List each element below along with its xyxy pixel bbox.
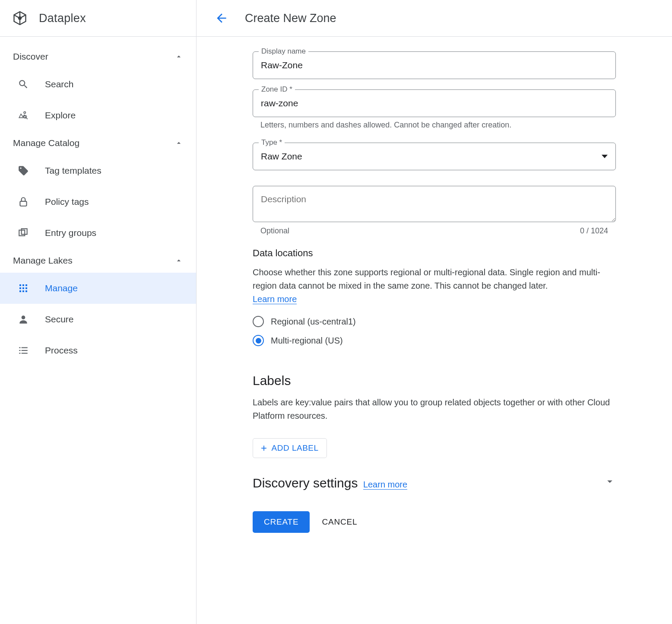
sidebar-item-label: Explore: [45, 110, 76, 121]
discovery-settings-row[interactable]: Discovery settings Learn more: [253, 475, 616, 490]
svg-rect-16: [22, 290, 24, 292]
sidebar-item-label: Search: [45, 79, 74, 89]
description-optional: Optional: [260, 226, 289, 236]
radio-multi-regional[interactable]: Multi-regional (US): [253, 331, 616, 350]
svg-rect-9: [19, 284, 21, 286]
svg-point-1: [19, 17, 21, 19]
add-label-text: ADD LABEL: [272, 443, 319, 453]
section-header-catalog[interactable]: Manage Catalog: [0, 131, 196, 155]
explore-icon: [17, 109, 29, 121]
zone-id-label: Zone ID *: [259, 85, 295, 94]
sidebar-item-explore[interactable]: Explore: [0, 100, 196, 131]
zone-id-field-group: Zone ID * Letters, numbers and dashes al…: [253, 89, 616, 130]
back-button[interactable]: [214, 10, 229, 26]
data-locations-desc: Choose whether this zone supports region…: [253, 266, 616, 306]
section-title: Manage Catalog: [13, 138, 79, 148]
sidebar-item-label: Process: [45, 345, 78, 356]
discovery-learn-more[interactable]: Learn more: [363, 480, 407, 490]
type-field-group: Type * Raw Zone: [253, 143, 616, 170]
sidebar-item-manage[interactable]: Manage: [0, 273, 196, 304]
svg-rect-14: [25, 287, 27, 289]
dataplex-logo-icon: [12, 10, 28, 26]
main-header: Create New Zone: [197, 0, 672, 37]
sidebar-item-process[interactable]: Process: [0, 335, 196, 366]
sidebar: Dataplex Discover Search Explore Manage …: [0, 0, 197, 624]
form-body: Display name Zone ID * Letters, numbers …: [197, 37, 672, 550]
radio-label: Multi-regional (US): [271, 336, 343, 346]
lock-icon: [17, 196, 29, 208]
svg-rect-6: [20, 201, 26, 206]
discovery-title: Discovery settings: [253, 476, 358, 490]
svg-rect-19: [19, 347, 20, 348]
page-title: Create New Zone: [245, 12, 336, 25]
labels-desc: Labels are key:value pairs that allow yo…: [253, 396, 616, 423]
svg-rect-12: [19, 287, 21, 289]
entry-groups-icon: [17, 227, 29, 239]
svg-line-4: [21, 15, 26, 18]
sidebar-item-secure[interactable]: Secure: [0, 304, 196, 335]
sidebar-item-search[interactable]: Search: [0, 69, 196, 100]
product-name: Dataplex: [39, 12, 86, 25]
svg-rect-22: [22, 350, 28, 351]
apps-grid-icon: [17, 282, 29, 294]
svg-rect-15: [19, 290, 21, 292]
data-locations-learn-more[interactable]: Learn more: [253, 294, 297, 304]
sidebar-item-label: Entry groups: [45, 228, 96, 238]
sidebar-header: Dataplex: [0, 0, 196, 37]
create-button[interactable]: CREATE: [253, 511, 310, 533]
sidebar-body: Discover Search Explore Manage Catalog T…: [0, 37, 196, 366]
type-label: Type *: [259, 138, 285, 147]
sidebar-item-label: Manage: [45, 283, 78, 293]
radio-label: Regional (us-central1): [271, 317, 356, 327]
plus-icon: +: [261, 443, 267, 453]
action-row: CREATE CANCEL: [253, 511, 616, 533]
tag-icon: [17, 165, 29, 177]
search-icon: [17, 78, 29, 90]
svg-rect-21: [19, 350, 20, 351]
svg-rect-13: [22, 287, 24, 289]
radio-icon: [253, 335, 264, 346]
svg-rect-24: [22, 353, 28, 353]
section-title: Manage Lakes: [13, 255, 73, 266]
arrow-back-icon: [215, 11, 228, 25]
section-header-discover[interactable]: Discover: [0, 45, 196, 69]
sidebar-item-label: Tag templates: [45, 166, 101, 176]
zone-id-helper: Letters, numbers and dashes allowed. Can…: [253, 121, 616, 130]
chevron-down-icon[interactable]: [604, 475, 616, 487]
sidebar-item-tag-templates[interactable]: Tag templates: [0, 155, 196, 186]
svg-rect-17: [25, 290, 27, 292]
svg-rect-10: [22, 284, 24, 286]
sidebar-item-entry-groups[interactable]: Entry groups: [0, 217, 196, 248]
chevron-up-icon: [174, 139, 183, 147]
display-name-label: Display name: [259, 47, 308, 56]
data-locations-title: Data locations: [253, 248, 616, 259]
sidebar-item-policy-tags[interactable]: Policy tags: [0, 186, 196, 217]
labels-title: Labels: [253, 373, 616, 388]
svg-line-3: [14, 15, 19, 18]
radio-regional[interactable]: Regional (us-central1): [253, 312, 616, 331]
description-counter: 0 / 1024: [580, 226, 608, 236]
section-header-lakes[interactable]: Manage Lakes: [0, 248, 196, 273]
cancel-button[interactable]: CANCEL: [322, 517, 357, 527]
svg-rect-11: [25, 284, 27, 286]
section-title: Discover: [13, 51, 48, 62]
sidebar-item-label: Policy tags: [45, 197, 89, 207]
dropdown-arrow-icon: [602, 155, 608, 158]
person-icon: [17, 313, 29, 325]
type-select[interactable]: Raw Zone: [253, 143, 616, 170]
chevron-up-icon: [174, 256, 183, 265]
display-name-field-group: Display name: [253, 51, 616, 79]
radio-icon: [253, 316, 264, 327]
description-field-group: Optional 0 / 1024: [253, 186, 616, 236]
data-locations-radio-group: Regional (us-central1) Multi-regional (U…: [253, 312, 616, 350]
sidebar-item-label: Secure: [45, 314, 74, 325]
description-input[interactable]: [253, 186, 616, 222]
add-label-button[interactable]: + ADD LABEL: [253, 438, 327, 458]
svg-point-18: [22, 315, 25, 319]
svg-rect-20: [22, 347, 28, 348]
list-icon: [17, 344, 29, 357]
svg-rect-8: [22, 229, 27, 234]
svg-rect-23: [19, 353, 20, 353]
main-panel: Create New Zone Display name Zone ID * L…: [197, 0, 672, 624]
zone-id-input[interactable]: [253, 89, 616, 117]
